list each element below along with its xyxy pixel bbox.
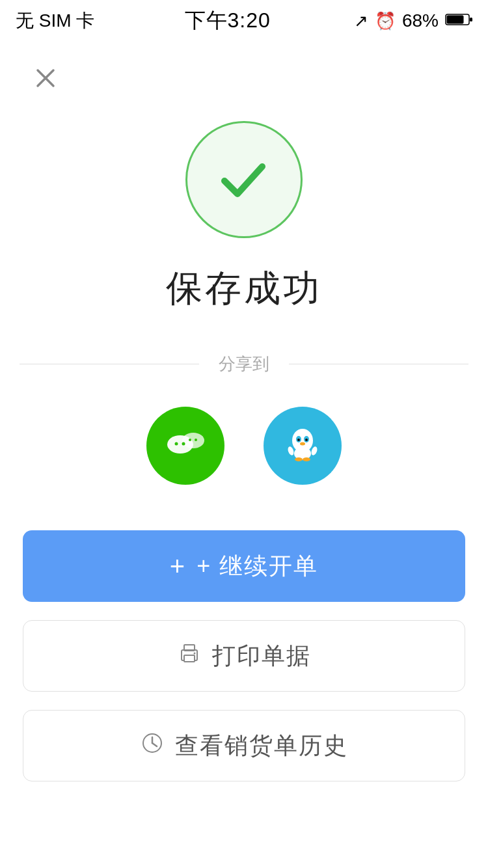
svg-point-25 xyxy=(194,652,196,654)
svg-point-19 xyxy=(303,457,310,461)
svg-point-7 xyxy=(175,442,178,446)
svg-point-20 xyxy=(287,446,295,456)
history-label: 查看销货单历史 xyxy=(175,730,348,762)
alarm-icon: ⏰ xyxy=(375,11,396,31)
main-content: 保存成功 分享到 xyxy=(0,42,488,781)
success-title: 保存成功 xyxy=(166,264,322,314)
svg-point-17 xyxy=(300,442,305,446)
status-bar: 无 SIM 卡 下午3:20 ↗ ⏰ 68% xyxy=(0,0,488,42)
status-carrier: 无 SIM 卡 xyxy=(16,8,101,33)
svg-point-6 xyxy=(182,433,204,448)
history-button[interactable]: 查看销货单历史 xyxy=(23,710,465,781)
svg-rect-1 xyxy=(470,18,472,21)
svg-point-9 xyxy=(189,439,191,441)
battery-text: 68% xyxy=(402,10,439,31)
svg-point-21 xyxy=(310,446,318,456)
printer-icon xyxy=(177,641,202,671)
share-qq-button[interactable] xyxy=(264,407,342,485)
print-button[interactable]: 打印单据 xyxy=(23,620,465,692)
svg-point-8 xyxy=(182,442,185,446)
share-label: 分享到 xyxy=(219,353,269,375)
svg-point-16 xyxy=(305,439,308,441)
svg-point-15 xyxy=(297,439,300,441)
battery-icon xyxy=(445,10,472,31)
share-icons-row xyxy=(146,407,342,485)
share-wechat-button[interactable] xyxy=(146,407,224,485)
continue-button[interactable]: + + 继续开单 xyxy=(23,530,465,602)
close-button-row xyxy=(0,42,488,102)
continue-label: + 继续开单 xyxy=(197,550,318,582)
svg-point-10 xyxy=(195,439,197,441)
close-button[interactable] xyxy=(29,61,62,95)
plus-icon: + xyxy=(170,552,186,581)
svg-rect-24 xyxy=(184,655,195,662)
divider-line-right xyxy=(289,364,468,364)
svg-line-28 xyxy=(152,743,157,746)
svg-point-18 xyxy=(295,457,303,461)
status-right: ↗ ⏰ 68% xyxy=(354,10,472,31)
action-buttons: + + 继续开单 打印单据 xyxy=(23,530,465,781)
clock-icon xyxy=(140,731,165,761)
status-time: 下午3:20 xyxy=(185,7,271,35)
divider-line-left xyxy=(20,364,199,364)
success-icon xyxy=(185,121,303,238)
location-icon: ↗ xyxy=(354,11,368,31)
share-divider: 分享到 xyxy=(0,353,488,375)
svg-rect-2 xyxy=(446,16,463,24)
print-label: 打印单据 xyxy=(212,640,311,672)
carrier-text: 无 SIM 卡 xyxy=(16,8,94,33)
